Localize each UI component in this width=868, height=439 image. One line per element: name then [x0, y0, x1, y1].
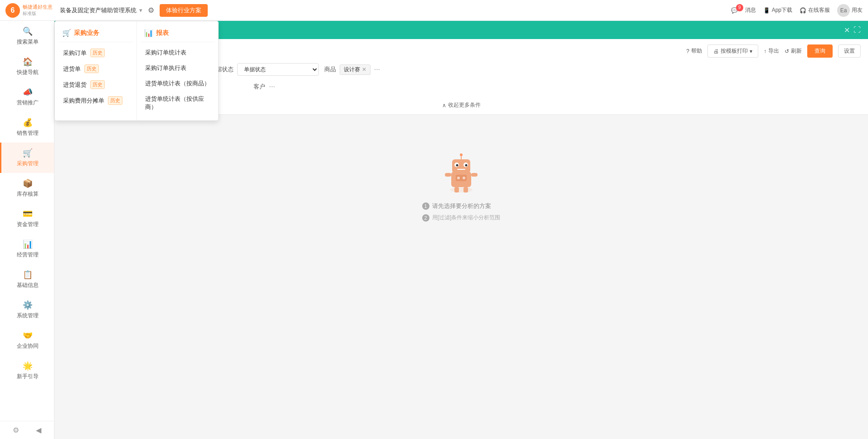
- app-download-item[interactable]: 📱 App下载: [763, 6, 792, 14]
- sidebar-item-sales[interactable]: 💰 销售管理: [0, 112, 54, 143]
- hint-number-2: 2: [422, 214, 429, 222]
- user-item[interactable]: Ea 用友: [837, 4, 863, 17]
- collapse-arrow-icon: ∧: [442, 102, 446, 109]
- avatar: Ea: [837, 4, 850, 17]
- empty-hint-1: 请先选择要分析的方案: [432, 202, 491, 210]
- customer-more-btn[interactable]: ···: [269, 83, 275, 91]
- dropdown-item-purchase-order[interactable]: 采购订单 历史: [59, 45, 133, 61]
- item-inbound-supplier-label: 进货单统计表（按供应商）: [145, 95, 210, 111]
- goods-more-btn[interactable]: ···: [374, 65, 380, 74]
- header-settings-icon[interactable]: ⚙: [148, 6, 154, 15]
- item-po-stat-label: 采购订单统计表: [145, 49, 186, 57]
- dropdown-purchase-title: 🛒 采购业务: [59, 27, 133, 42]
- sidebar-label-operations: 经营管理: [17, 251, 39, 259]
- item-cost-label: 采购费用分摊单: [63, 97, 104, 105]
- clipboard-icon: 📋: [23, 270, 33, 280]
- sidebar-label-finance: 资金管理: [17, 221, 39, 228]
- help-button[interactable]: ? 帮助: [686, 47, 702, 55]
- app-download-label: App下载: [772, 6, 792, 14]
- dropdown-item-inbound[interactable]: 进货单 历史: [59, 61, 133, 77]
- headset-icon: 🎧: [800, 7, 806, 14]
- sidebar-item-inventory[interactable]: 📦 库存核算: [0, 173, 54, 203]
- print-button[interactable]: 🖨 按模板打印 ▾: [707, 44, 758, 58]
- goods-filter: 商品 设计赛 ✕ ···: [324, 64, 380, 75]
- online-service-item[interactable]: 🎧 在线客服: [800, 6, 830, 14]
- industry-button[interactable]: 体验行业方案: [160, 4, 208, 17]
- export-icon: ↑: [764, 48, 766, 54]
- user-label: 用友: [852, 6, 863, 14]
- status-select[interactable]: 单据状态: [237, 63, 319, 76]
- collapse-sidebar-icon[interactable]: ◀: [36, 426, 41, 434]
- sidebar-label-inventory: 库存核算: [17, 190, 39, 198]
- empty-illustration: [439, 151, 484, 197]
- chart-icon: 📊: [23, 239, 33, 249]
- svg-rect-15: [454, 187, 459, 192]
- settings-button[interactable]: 设置: [838, 44, 861, 58]
- dropdown-item-cost[interactable]: 采购费用分摊单 历史: [59, 93, 133, 109]
- history-badge-0: 历史: [90, 49, 105, 57]
- sidebar-item-system[interactable]: ⚙️ 系统管理: [0, 295, 54, 325]
- dropdown-item-inbound-product[interactable]: 进货单统计表（按商品）: [141, 76, 215, 91]
- sidebar-label-quicknav: 快捷导航: [17, 69, 39, 76]
- sidebar-item-basic-info[interactable]: 📋 基础信息: [0, 264, 54, 295]
- svg-point-13: [457, 177, 460, 179]
- dropdown-item-po-stat[interactable]: 采购订单统计表: [141, 45, 215, 60]
- guide-icon: 🌟: [23, 361, 33, 371]
- refresh-label: 刷新: [791, 47, 802, 55]
- help-label: 帮助: [691, 47, 702, 55]
- cart-icon: 🛒: [23, 148, 33, 158]
- messages-item[interactable]: 💬 9 消息: [731, 6, 756, 14]
- sidebar-item-guide[interactable]: 🌟 新手引导: [0, 355, 54, 386]
- dropdown-item-inbound-supplier[interactable]: 进货单统计表（按供应商）: [141, 91, 215, 115]
- phone-icon: 📱: [763, 7, 770, 14]
- query-button[interactable]: 查询: [807, 44, 833, 58]
- purchase-title-icon: 🛒: [62, 29, 71, 37]
- wallet-icon: 💳: [23, 209, 33, 219]
- logo-sub: 标准版: [23, 10, 53, 17]
- settings-label: 设置: [844, 47, 855, 55]
- search-icon: 🔍: [23, 26, 33, 36]
- sidebar-item-cooperation[interactable]: 🤝 企业协同: [0, 325, 54, 355]
- logo-name: 畅捷通好生意: [23, 4, 53, 10]
- print-label: 按模板打印: [721, 47, 748, 55]
- item-return-label: 进货退货: [63, 81, 87, 89]
- dropdown-arrow-icon[interactable]: ▾: [139, 7, 142, 14]
- message-label: 消息: [745, 6, 756, 14]
- tab-fullscreen-button[interactable]: ⛶: [852, 24, 863, 36]
- sidebar-bottom: ⚙ ◀: [0, 421, 54, 439]
- print-dropdown-icon: ▾: [750, 48, 752, 54]
- report-title-label: 报表: [156, 29, 169, 37]
- bottom-settings-icon[interactable]: ⚙: [13, 426, 19, 434]
- goods-tag-text: 设计赛: [344, 66, 360, 74]
- top-header: 6 畅捷通好生意 标准版 装备及固定资产辅助管理系统 ▾ ⚙ 体验行业方案 💬 …: [0, 0, 868, 21]
- sidebar-item-finance[interactable]: 💳 资金管理: [0, 203, 54, 234]
- header-right: 💬 9 消息 📱 App下载 🎧 在线客服 Ea 用友: [731, 4, 863, 17]
- sidebar-label-sales: 销售管理: [17, 129, 39, 137]
- logo-area: 6 畅捷通好生意 标准版: [5, 3, 60, 18]
- export-label: 导出: [768, 47, 779, 55]
- system-icon: ⚙️: [23, 300, 33, 310]
- goods-tag-close[interactable]: ✕: [362, 66, 366, 73]
- message-badge: 9: [736, 4, 743, 11]
- item-inbound-product-label: 进货单统计表（按商品）: [145, 79, 210, 88]
- hint-number-1: 1: [422, 202, 429, 210]
- collapse-filters-label: 收起更多条件: [448, 101, 481, 109]
- sidebar-item-operations[interactable]: 📊 经营管理: [0, 234, 54, 264]
- svg-point-6: [465, 164, 468, 167]
- logo-icon: 6: [5, 3, 20, 18]
- export-button[interactable]: ↑ 导出: [764, 47, 779, 55]
- goods-label: 商品: [324, 65, 336, 74]
- cooperation-icon: 🤝: [23, 330, 33, 340]
- dropdown-item-return[interactable]: 进货退货 历史: [59, 77, 133, 93]
- svg-rect-10: [445, 173, 451, 177]
- sidebar-item-marketing[interactable]: 📣 营销推广: [0, 82, 54, 112]
- refresh-button[interactable]: ↺ 刷新: [785, 47, 802, 55]
- sidebar-item-quicknav[interactable]: 🏠 快捷导航: [0, 51, 54, 82]
- sidebar-item-purchase[interactable]: 🛒 采购管理: [0, 143, 54, 173]
- collapse-filters-btn[interactable]: ∧ 收起更多条件: [442, 101, 481, 109]
- sidebar-item-search[interactable]: 🔍 搜索菜单: [0, 21, 54, 51]
- dropdown-item-po-exec[interactable]: 采购订单执行表: [141, 60, 215, 76]
- empty-hint-2: 用[过滤]条件来缩小分析范围: [432, 214, 501, 222]
- dropdown-report-title: 📊 报表: [141, 27, 215, 42]
- tab-close-all-button[interactable]: ✕: [842, 24, 852, 36]
